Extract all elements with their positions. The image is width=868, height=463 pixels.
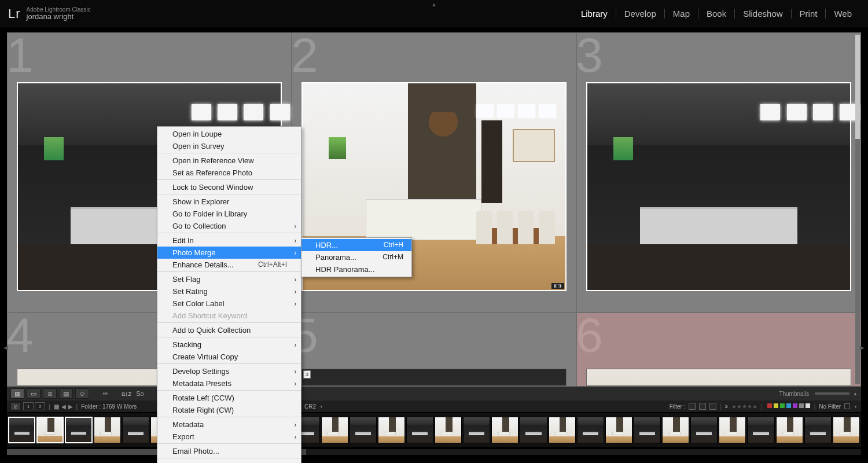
- menu-item[interactable]: Rotate Left (CCW): [157, 392, 301, 404]
- filter-color-swatch[interactable]: [792, 403, 798, 409]
- filter-rating-op-icon[interactable]: ≥: [725, 403, 728, 409]
- filmstrip-thumb[interactable]: [549, 417, 576, 443]
- submenu-item[interactable]: HDR...Ctrl+H: [301, 239, 411, 251]
- nav-back-icon[interactable]: ◀: [61, 403, 66, 410]
- menu-item[interactable]: Go to Folder in Library: [157, 208, 301, 220]
- menu-item[interactable]: Set Color Label: [157, 297, 301, 310]
- filmstrip-thumb[interactable]: [435, 417, 462, 443]
- filter-color-swatch[interactable]: [805, 403, 811, 409]
- filmstrip-thumb[interactable]: [776, 417, 803, 443]
- menu-item[interactable]: Rotate Right (CW): [157, 404, 301, 417]
- filter-color-swatch[interactable]: [767, 403, 773, 409]
- menu-item[interactable]: Open in Loupe: [157, 128, 301, 140]
- panel-toggle-top-icon[interactable]: ▲: [431, 1, 437, 8]
- menu-item[interactable]: Create Virtual Copy: [157, 351, 301, 364]
- stack-badge[interactable]: 3: [303, 370, 311, 379]
- module-print[interactable]: Print: [791, 9, 826, 19]
- people-view-button[interactable]: ☺: [75, 388, 89, 399]
- identity-plate[interactable]: jordana wright: [27, 13, 91, 20]
- toolbar-menu-icon[interactable]: ▲: [853, 391, 858, 396]
- filmstrip-thumb[interactable]: [690, 417, 718, 443]
- filter-lock-icon[interactable]: [844, 403, 850, 409]
- filter-colors[interactable]: [766, 403, 811, 410]
- second-window-button[interactable]: 2: [35, 402, 45, 410]
- filter-color-swatch[interactable]: [773, 403, 779, 409]
- sort-direction-icon[interactable]: a↕z: [122, 388, 131, 399]
- menu-item[interactable]: Lock to Second Window: [157, 181, 301, 194]
- grid-cell-6[interactable]: 6: [576, 313, 861, 387]
- menu-item[interactable]: Add to Quick Collection: [157, 324, 301, 337]
- menu-item[interactable]: Develop Settings: [157, 365, 301, 377]
- filter-flag-unflagged-icon[interactable]: [699, 403, 706, 410]
- thumbnail-size-slider[interactable]: [815, 392, 849, 395]
- grid-view-button[interactable]: ▦: [10, 388, 24, 399]
- filter-color-swatch[interactable]: [779, 403, 785, 409]
- menu-item[interactable]: Remove Photo...: [157, 460, 301, 463]
- menu-item[interactable]: Edit In: [157, 234, 301, 247]
- menu-item[interactable]: Enhance Details...Ctrl+Alt+I: [157, 259, 301, 272]
- thumbnail[interactable]: 3: [586, 82, 851, 291]
- menu-item[interactable]: Go to Collection: [157, 220, 301, 233]
- menu-item[interactable]: Open in Reference View: [157, 155, 301, 167]
- module-web[interactable]: Web: [825, 9, 860, 19]
- sort-label[interactable]: So: [136, 390, 144, 397]
- menu-item[interactable]: Metadata Presets: [157, 377, 301, 391]
- thumbnail[interactable]: [586, 369, 851, 386]
- menu-item[interactable]: Open in Survey: [157, 140, 301, 153]
- painter-tool-icon[interactable]: ✏: [98, 388, 112, 399]
- filmstrip-thumb[interactable]: [804, 417, 832, 443]
- module-develop[interactable]: Develop: [616, 9, 664, 19]
- thumbnail[interactable]: 3: [301, 369, 567, 386]
- menu-item[interactable]: Export: [157, 431, 301, 444]
- menu-item[interactable]: Set as Reference Photo: [157, 167, 301, 180]
- filmstrip-thumb[interactable]: [94, 417, 121, 443]
- grid-mode-icon[interactable]: ▦: [54, 403, 59, 410]
- filmstrip-thumb[interactable]: [65, 417, 92, 443]
- filmstrip-thumb[interactable]: [350, 417, 377, 443]
- path-dropdown-icon[interactable]: ▼: [319, 405, 323, 409]
- second-monitor-icon[interactable]: ⎚: [10, 402, 21, 410]
- loupe-view-button[interactable]: ▭: [27, 388, 41, 399]
- filmstrip-thumb[interactable]: [406, 417, 433, 443]
- filmstrip-thumb[interactable]: [463, 417, 490, 443]
- filmstrip-thumb[interactable]: [8, 417, 35, 443]
- module-book[interactable]: Book: [698, 9, 734, 19]
- menu-item[interactable]: Set Flag: [157, 273, 301, 285]
- filmstrip-thumb[interactable]: [605, 417, 632, 443]
- grid-cell-3[interactable]: 3 3: [576, 32, 861, 313]
- compare-view-button[interactable]: ⧆: [43, 388, 57, 399]
- filter-flag-reject-icon[interactable]: [709, 403, 716, 410]
- menu-item[interactable]: Metadata: [157, 418, 301, 431]
- nav-fwd-icon[interactable]: ▶: [68, 403, 73, 410]
- survey-view-button[interactable]: ▤: [59, 388, 73, 399]
- filmstrip-thumb[interactable]: [747, 417, 774, 443]
- filmstrip-thumb[interactable]: [491, 417, 518, 443]
- filter-stars[interactable]: ★★★★★: [731, 403, 757, 410]
- menu-item[interactable]: Set Rating: [157, 285, 301, 297]
- filmstrip-thumb[interactable]: [833, 417, 860, 443]
- submenu-item[interactable]: HDR Panorama...: [301, 263, 411, 275]
- filmstrip-thumb[interactable]: [577, 417, 604, 443]
- menu-item[interactable]: Show in Explorer: [157, 196, 301, 208]
- module-slideshow[interactable]: Slideshow: [734, 9, 790, 19]
- filmstrip-thumb[interactable]: [36, 417, 64, 443]
- module-map[interactable]: Map: [664, 9, 698, 19]
- filmstrip-thumb[interactable]: [321, 417, 348, 443]
- filmstrip-thumb[interactable]: [378, 417, 405, 443]
- filmstrip[interactable]: [7, 413, 861, 447]
- grid-cell-5[interactable]: 5 3: [292, 313, 576, 387]
- filter-flag-pick-icon[interactable]: [689, 403, 696, 410]
- filter-color-swatch[interactable]: [799, 403, 804, 409]
- menu-item[interactable]: Photo Merge: [157, 247, 301, 259]
- filmstrip-thumb[interactable]: [662, 417, 689, 443]
- source-path[interactable]: Folder : 1769 W Mors: [81, 403, 137, 410]
- filmstrip-thumb[interactable]: [520, 417, 547, 443]
- menu-item[interactable]: Email Photo...: [157, 445, 301, 458]
- module-library[interactable]: Library: [573, 9, 616, 19]
- filmstrip-scrollbar[interactable]: [7, 449, 861, 455]
- filmstrip-thumb[interactable]: [719, 417, 746, 443]
- filmstrip-thumb[interactable]: [122, 417, 149, 443]
- filter-menu-icon[interactable]: ▼: [854, 405, 858, 409]
- filter-color-swatch[interactable]: [786, 403, 792, 409]
- filter-preset[interactable]: No Filter: [819, 403, 841, 410]
